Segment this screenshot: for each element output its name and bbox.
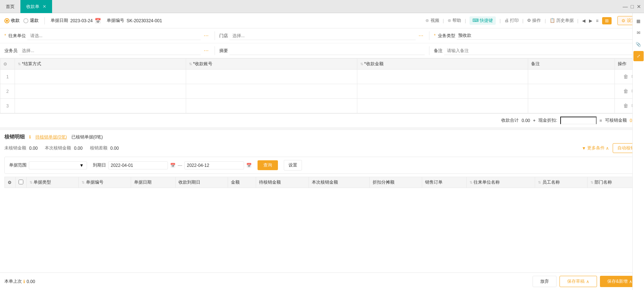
query-button[interactable]: 查询 bbox=[258, 160, 278, 170]
reconcile-info-icon[interactable]: ℹ bbox=[29, 134, 31, 140]
radio-receive[interactable]: 收款 bbox=[4, 17, 20, 24]
tab-home[interactable]: 首页 bbox=[0, 0, 20, 13]
table-header-row: ⚙ ⇅ *结算方式 ⇅ *收款账号 ⇅ *收款金额 备注 bbox=[0, 59, 644, 70]
amount-col-header-b: 金额 bbox=[228, 177, 256, 188]
sidebar-mail-icon[interactable]: ✉ bbox=[633, 28, 644, 38]
status-info-icon[interactable]: ℹ bbox=[23, 279, 25, 284]
sort-icon-left: ⇅ bbox=[18, 62, 21, 66]
done-tab-link[interactable]: 已核销单据(0笔) bbox=[71, 134, 103, 140]
sidebar-table-icon[interactable]: ▦ bbox=[633, 16, 644, 26]
sum-row: 收款合计 0.00 + 现金折扣: = 可核销金额 0.00 bbox=[0, 113, 644, 127]
receipt-total-value: 0.00 bbox=[522, 118, 530, 123]
row-1-num: 1 bbox=[0, 70, 15, 84]
business-type-select[interactable]: 预收款 ▼ bbox=[457, 32, 640, 40]
tab-receipt[interactable]: 收款单 ✕ bbox=[20, 0, 52, 13]
main-data-table: ⚙ ⇅ *结算方式 ⇅ *收款账号 ⇅ *收款金额 备注 bbox=[0, 58, 644, 113]
row-3-account[interactable] bbox=[186, 99, 357, 113]
due-date-label: 到期日 bbox=[93, 162, 106, 168]
bottom-table-section: ⚙ ⇅ 单据类型 ⇅ 单据编号 bbox=[4, 177, 640, 188]
row-2-delete-icon[interactable]: 🗑 bbox=[623, 88, 628, 94]
summary-input-wrapper bbox=[229, 47, 425, 55]
row-3-amount[interactable] bbox=[357, 99, 528, 113]
minimize-button[interactable]: — bbox=[623, 4, 628, 9]
plus-label: + bbox=[533, 118, 535, 123]
summary-input[interactable] bbox=[231, 47, 424, 54]
tab-close-icon[interactable]: ✕ bbox=[43, 4, 46, 9]
counterpart-input-wrapper bbox=[27, 32, 201, 40]
form-row-1: * 往来单位 ··· 门店 ··· * 业务类型 预收款 ▼ bbox=[0, 28, 644, 43]
salesperson-more-icon[interactable]: ··· bbox=[202, 47, 210, 54]
voucher-date-icon[interactable]: 📅 bbox=[95, 18, 101, 24]
table-settings-icon[interactable]: ⚙ bbox=[8, 180, 12, 185]
stat-this-check: 本次核销金额 0.00 bbox=[45, 145, 82, 151]
row-1-notes[interactable] bbox=[528, 70, 615, 84]
counterpart-more-icon[interactable]: ··· bbox=[202, 32, 210, 39]
salesperson-field: 业务员 ··· bbox=[4, 47, 210, 55]
list-icon[interactable]: ≡ bbox=[596, 18, 598, 23]
sidebar-clip-icon[interactable]: 📎 bbox=[633, 39, 644, 50]
discount-input[interactable] bbox=[560, 117, 597, 124]
row-2-amount[interactable] bbox=[357, 84, 528, 99]
row-1-payment-method[interactable] bbox=[15, 70, 186, 84]
counterpart-input[interactable] bbox=[29, 32, 200, 39]
salesperson-input[interactable] bbox=[20, 47, 199, 54]
notes-input[interactable] bbox=[445, 47, 638, 54]
row-3-notes[interactable] bbox=[528, 99, 615, 113]
store-input[interactable] bbox=[231, 32, 414, 39]
help-link[interactable]: ⊙ 帮助 bbox=[448, 17, 461, 24]
more-conditions-up-icon: ∧ bbox=[606, 146, 609, 151]
voucher-date-label: 单据日期 bbox=[51, 17, 68, 24]
reconcile-header: 核销明细 ℹ 待核销单据(0笔) 已核销单据(0笔) bbox=[4, 134, 640, 140]
divider-1 bbox=[44, 17, 45, 24]
row-1-account[interactable] bbox=[186, 70, 357, 84]
grid-icon[interactable]: ⊞ bbox=[602, 17, 612, 24]
history-link[interactable]: 📋 历史单据 bbox=[550, 17, 574, 24]
save-new-label: 保存&新增 bbox=[607, 278, 628, 285]
sidebar-expand-icon[interactable]: ⤢ bbox=[633, 51, 644, 61]
type-header-label: 单据类型 bbox=[34, 180, 51, 185]
notes-input-wrapper bbox=[444, 47, 640, 55]
date-to-input[interactable]: 2022-04-12 bbox=[184, 161, 244, 169]
row-1-amount[interactable] bbox=[357, 70, 528, 84]
row-2-account[interactable] bbox=[186, 84, 357, 99]
save-new-arrow-icon: ∧ bbox=[629, 279, 632, 284]
abandon-button[interactable]: 放弃 bbox=[533, 276, 557, 287]
prev-icon[interactable]: ◀ bbox=[582, 18, 585, 23]
row-3-payment-method[interactable] bbox=[15, 99, 186, 113]
operation-link[interactable]: ⚙ 操作 bbox=[527, 17, 541, 24]
pending-tab-link[interactable]: 待核销单据(0笔) bbox=[35, 134, 67, 140]
filter-icon: ▼ bbox=[582, 146, 586, 151]
save-draft-button[interactable]: 保存草稿 ∧ bbox=[559, 276, 597, 287]
settings-col-header: ⚙ bbox=[0, 59, 15, 70]
radio-refund[interactable]: 退款 bbox=[23, 17, 39, 24]
maximize-button[interactable]: □ bbox=[631, 4, 634, 9]
sort-counterpart-icon: ⇅ bbox=[470, 180, 472, 184]
range-filter-select[interactable]: ▼ bbox=[29, 161, 87, 169]
calendar-to-icon[interactable]: 📅 bbox=[246, 163, 252, 168]
store-more-icon[interactable]: ··· bbox=[417, 32, 425, 39]
more-conditions-link[interactable]: ▼ 更多条件 ∧ bbox=[582, 145, 609, 151]
shortcut-link[interactable]: ⌨ 快捷键 bbox=[470, 16, 496, 25]
row-1-delete-icon[interactable]: 🗑 bbox=[623, 74, 628, 79]
abandon-label: 放弃 bbox=[540, 279, 549, 284]
action-buttons: 放弃 保存草稿 ∧ 保存&新增 ∧ bbox=[533, 276, 640, 287]
print-link[interactable]: 🖨 打印 bbox=[504, 17, 519, 24]
save-draft-label: 保存草稿 bbox=[567, 278, 585, 285]
row-2-payment-method[interactable] bbox=[15, 84, 186, 99]
calendar-from-icon[interactable]: 📅 bbox=[170, 163, 176, 168]
account-header-label: *收款账号 bbox=[193, 61, 212, 66]
business-type-label: 业务类型 bbox=[438, 33, 455, 39]
stat-unchecked: 未核销金额 0.00 bbox=[4, 145, 38, 151]
table-row: 1 🗑 ⧉ bbox=[0, 70, 644, 84]
date-from-input[interactable]: 2022-04-01 bbox=[108, 161, 168, 169]
amount-header-label: *收款金额 bbox=[364, 61, 384, 66]
next-icon[interactable]: ▶ bbox=[589, 18, 592, 23]
this-next-label: 本单上次 bbox=[4, 278, 22, 285]
table-gear-icon[interactable]: ⚙ bbox=[3, 62, 7, 67]
row-2-notes[interactable] bbox=[528, 84, 615, 99]
filter-settings-button[interactable]: 设置 bbox=[284, 160, 302, 171]
row-3-delete-icon[interactable]: 🗑 bbox=[623, 103, 628, 109]
close-button[interactable]: ✕ bbox=[637, 4, 641, 9]
video-link[interactable]: ⊙ 视频 bbox=[425, 17, 439, 24]
select-all-checkbox[interactable] bbox=[19, 180, 23, 184]
